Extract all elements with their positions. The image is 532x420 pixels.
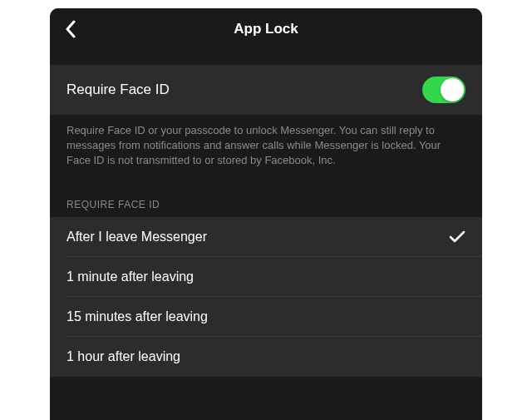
toggle-knob	[441, 78, 464, 101]
app-lock-screen: App Lock Require Face ID Require Face ID…	[50, 8, 482, 420]
require-face-id-toggle[interactable]	[422, 77, 466, 103]
chevron-left-icon	[65, 20, 76, 38]
nav-bar: App Lock	[50, 8, 482, 50]
option-after-leave[interactable]: After I leave Messenger	[50, 217, 482, 257]
require-face-id-description: Require Face ID or your passcode to unlo…	[50, 115, 482, 184]
checkmark-icon	[449, 230, 466, 244]
option-label: 15 minutes after leaving	[66, 309, 208, 324]
spacer	[50, 50, 482, 65]
require-face-id-row: Require Face ID	[50, 65, 482, 115]
option-label: After I leave Messenger	[66, 230, 207, 245]
section-header: REQUIRE FACE ID	[50, 184, 482, 217]
option-label: 1 minute after leaving	[66, 269, 194, 284]
timing-options-list: After I leave Messenger 1 minute after l…	[50, 217, 482, 377]
back-button[interactable]	[65, 20, 76, 38]
option-1-hour[interactable]: 1 hour after leaving	[50, 337, 482, 377]
require-face-id-label: Require Face ID	[66, 82, 170, 98]
page-title: App Lock	[50, 21, 482, 37]
option-label: 1 hour after leaving	[66, 349, 180, 364]
option-1-minute[interactable]: 1 minute after leaving	[50, 257, 482, 297]
option-15-minutes[interactable]: 15 minutes after leaving	[50, 297, 482, 337]
